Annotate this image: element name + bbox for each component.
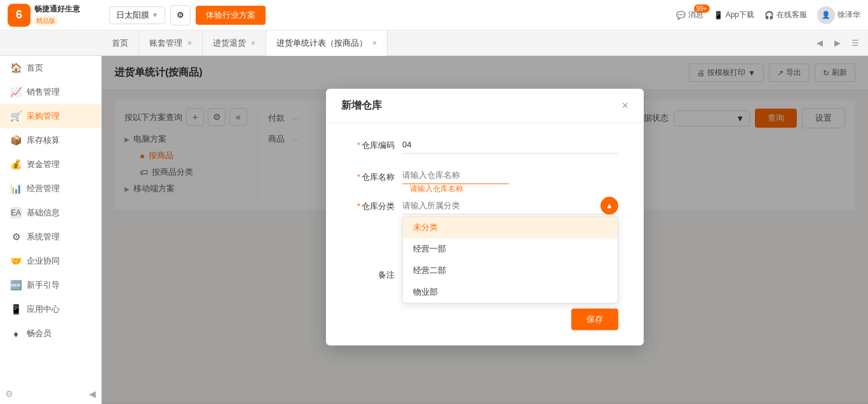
- tab-close-purchase-stats[interactable]: ×: [372, 39, 377, 48]
- header-right: 💬 消息 99+ 📱 App下载 🎧 在线客服 👤 徐泽华: [676, 6, 860, 24]
- online-service-item[interactable]: 🎧 在线客服: [764, 10, 807, 20]
- gear-icon: ⚙: [177, 10, 184, 20]
- gear-button[interactable]: ⚙: [170, 5, 191, 25]
- tab-purchase-stats[interactable]: 进货单统计表（按商品） ×: [266, 30, 388, 56]
- tab-close-account[interactable]: ×: [187, 39, 192, 48]
- sidebar-settings-button[interactable]: ⚙: [5, 389, 13, 399]
- form-row-name: *仓库名称 请输入仓库名称: [351, 166, 618, 184]
- tab-prev-button[interactable]: ◀: [812, 36, 827, 51]
- tab-account[interactable]: 账套管理 ×: [139, 30, 203, 56]
- name-input[interactable]: [402, 166, 509, 184]
- main-layout: 🏠 首页 📈 销售管理 🛒 采购管理 📦 库存核算 💰 资金管理 📊 经营管理 …: [0, 56, 868, 404]
- tab-close-purchase-return[interactable]: ×: [251, 39, 255, 48]
- sidebar-expand-button[interactable]: ◀: [89, 389, 96, 399]
- chevron-down-icon: ▼: [152, 11, 158, 18]
- dropdown-item-dept2[interactable]: 经营二部: [403, 260, 618, 281]
- sales-icon: 📈: [10, 86, 22, 98]
- name-label: *仓库名称: [351, 168, 402, 183]
- user-item[interactable]: 👤 徐泽华: [817, 6, 860, 24]
- dropdown-item-dept3[interactable]: 物业部: [403, 281, 618, 303]
- modal-header: 新增仓库 ×: [326, 89, 644, 123]
- system-icon: ⚙: [10, 231, 22, 243]
- category-dropdown-button[interactable]: ▲: [600, 197, 618, 215]
- sidebar-item-sales[interactable]: 📈 销售管理: [0, 80, 101, 104]
- beginner-icon: 🆕: [10, 279, 22, 291]
- sidebar-item-home[interactable]: 🏠 首页: [0, 56, 101, 80]
- app-center-icon: 📱: [10, 304, 22, 315]
- form-row-code: *仓库编码: [351, 136, 618, 154]
- sidebar-item-inventory[interactable]: 📦 库存核算: [0, 128, 101, 152]
- sidebar: 🏠 首页 📈 销售管理 🛒 采购管理 📦 库存核算 💰 资金管理 📊 经营管理 …: [0, 56, 102, 404]
- tab-purchase-return[interactable]: 进货退货 ×: [203, 30, 266, 56]
- code-label: *仓库编码: [351, 136, 402, 151]
- modal-title: 新增仓库: [341, 99, 382, 112]
- category-label: *仓库分类: [351, 197, 402, 212]
- logo-text: 畅捷通好生意 精品版: [34, 4, 80, 26]
- app-download-item[interactable]: 📱 App下载: [714, 10, 754, 20]
- inventory-icon: 📦: [10, 135, 22, 146]
- sidebar-item-purchase[interactable]: 🛒 采购管理: [0, 104, 101, 128]
- sidebar-item-system[interactable]: ⚙ 系统管理: [0, 225, 101, 249]
- member-icon: ♦: [10, 328, 22, 339]
- store-selector[interactable]: 日太阳膜 ▼: [109, 6, 165, 24]
- modal-footer: 保存: [326, 309, 644, 330]
- sidebar-item-finance[interactable]: 💰 资金管理: [0, 152, 101, 177]
- header-middle: 日太阳膜 ▼ ⚙ 体验行业方案: [109, 5, 676, 25]
- home-icon: 🏠: [10, 62, 22, 74]
- headset-icon: 🎧: [764, 11, 774, 20]
- category-input[interactable]: [402, 197, 618, 215]
- dropdown-item-dept1[interactable]: 经营一部: [403, 238, 618, 260]
- save-button[interactable]: 保存: [571, 309, 618, 330]
- basic-info-icon: EA: [10, 207, 22, 219]
- dropdown-item-uncategorized[interactable]: 未分类: [403, 217, 618, 238]
- top-header: 6 畅捷通好生意 精品版 日太阳膜 ▼ ⚙ 体验行业方案 💬 消息 99+ 📱 …: [0, 0, 868, 30]
- purchase-icon: 🛒: [10, 111, 22, 122]
- avatar: 👤: [817, 6, 835, 24]
- category-dropdown: 未分类 经营一部 经营二部 物业部: [402, 216, 618, 304]
- modal-body: *仓库编码 *仓库名称 请输入仓库名称: [326, 123, 644, 309]
- mobile-icon: 📱: [714, 11, 723, 20]
- message-icon: 💬: [676, 11, 686, 20]
- tab-controls: ◀ ▶ ☰: [812, 36, 868, 51]
- form-row-category: *仓库分类 ▲ 未分类 经营一部 经营二部 物业部: [351, 197, 618, 215]
- message-item[interactable]: 💬 消息 99+: [676, 10, 703, 20]
- enterprise-icon: 🤝: [10, 255, 22, 267]
- note-label: 备注: [351, 266, 402, 281]
- code-input[interactable]: [402, 136, 618, 154]
- operation-icon: 📊: [10, 183, 22, 194]
- tab-home[interactable]: 首页: [102, 30, 139, 56]
- tab-next-button[interactable]: ▶: [830, 36, 845, 51]
- sidebar-item-enterprise[interactable]: 🤝 企业协同: [0, 249, 101, 273]
- sidebar-item-operation[interactable]: 📊 经营管理: [0, 177, 101, 201]
- trial-button[interactable]: 体验行业方案: [196, 6, 266, 25]
- finance-icon: 💰: [10, 159, 22, 170]
- modal-close-button[interactable]: ×: [621, 99, 628, 112]
- tab-menu-button[interactable]: ☰: [848, 36, 863, 51]
- category-select-wrap: ▲ 未分类 经营一部 经营二部 物业部: [402, 197, 618, 215]
- content-area: 进货单统计(按商品) 🖨 按模板打印 ▼ ↗ 导出 ↻ 刷新: [102, 56, 868, 404]
- name-error-msg: 请输入仓库名称: [410, 184, 463, 194]
- sidebar-item-app-center[interactable]: 📱 应用中心: [0, 297, 101, 321]
- sidebar-bottom: ⚙ ◀: [0, 384, 101, 404]
- sidebar-item-member[interactable]: ♦ 畅会员: [0, 321, 101, 346]
- sidebar-item-basic-info[interactable]: EA 基础信息: [0, 201, 101, 225]
- add-warehouse-modal: 新增仓库 × *仓库编码 *仓库名称: [326, 89, 644, 346]
- tab-bar: 首页 账套管理 × 进货退货 × 进货单统计表（按商品） × ◀ ▶ ☰: [0, 30, 868, 56]
- sidebar-item-beginner[interactable]: 🆕 新手引导: [0, 273, 101, 297]
- logo-area: 6 畅捷通好生意 精品版: [8, 4, 109, 27]
- logo-icon: 6: [8, 4, 31, 27]
